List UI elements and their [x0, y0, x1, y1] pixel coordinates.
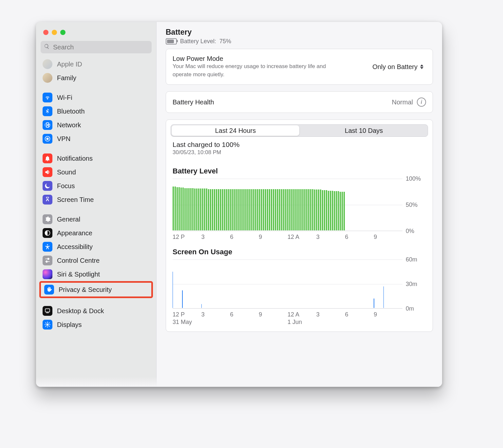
siri-icon [43, 269, 52, 279]
moon-icon [43, 181, 52, 191]
bar [263, 189, 264, 230]
bar [285, 189, 286, 230]
sidebar-item-desktop-dock[interactable]: Desktop & Dock [39, 304, 153, 318]
bar [188, 188, 190, 231]
sidebar-item-sound[interactable]: Sound [39, 165, 153, 179]
bar [290, 189, 292, 230]
svg-point-4 [47, 324, 49, 326]
sidebar-item-notifications[interactable]: Notifications [39, 152, 153, 165]
y-tick: 100% [406, 175, 421, 182]
minimize-window-button[interactable] [52, 30, 57, 35]
bar [279, 189, 280, 230]
bar [298, 189, 300, 230]
info-icon[interactable]: i [417, 98, 426, 107]
tab-last-24-hours[interactable]: Last 24 Hours [172, 125, 299, 136]
bar [212, 189, 213, 230]
bar [336, 191, 337, 230]
bar [224, 189, 225, 230]
sidebar-item-label: Apple ID [57, 61, 82, 68]
sidebar-item-vpn[interactable]: VPN [39, 132, 153, 146]
bar [259, 189, 260, 230]
bar [308, 189, 309, 230]
sidebar-item-control-centre[interactable]: Control Centre [39, 254, 153, 267]
battery-health-card: Battery Health Normal i [166, 91, 433, 113]
x-tick: 9 [374, 311, 402, 318]
bar [222, 189, 223, 230]
x-tick: 9 [259, 234, 288, 241]
bar [374, 298, 374, 308]
zoom-window-button[interactable] [60, 30, 65, 35]
bar [277, 189, 278, 230]
x-tick: 6 [345, 234, 374, 241]
sidebar-item-apple-id[interactable]: Apple ID [39, 57, 153, 71]
sidebar-item-general[interactable]: General [39, 212, 153, 226]
sidebar-item-label: General [57, 216, 80, 223]
bar [180, 188, 182, 230]
sidebar-item-label: VPN [57, 135, 70, 143]
sidebar-item-accessibility[interactable]: Accessibility [39, 240, 153, 254]
bar [292, 189, 294, 230]
sidebar-item-label: Displays [57, 321, 82, 329]
sidebar-item-focus[interactable]: Focus [39, 179, 153, 193]
bar [206, 188, 207, 230]
bar [228, 189, 229, 230]
bar [253, 189, 254, 230]
main-panel: Battery Battery Level: 75% Low Power Mod… [157, 22, 442, 387]
sidebar-item-label: Screen Time [57, 196, 94, 204]
search-input[interactable] [52, 43, 148, 51]
bar [267, 189, 268, 230]
battery-level-chart: Battery Level 100% 50% 0% 12 [166, 161, 433, 242]
sidebar-item-siri-spotlight[interactable]: Siri & Spotlight [39, 267, 153, 281]
bar [190, 188, 192, 231]
bar [251, 189, 252, 230]
battery-icon [166, 38, 177, 45]
avatar-icon [43, 73, 52, 83]
bar [233, 189, 235, 230]
bar [296, 189, 298, 230]
bar [220, 189, 221, 230]
bar [306, 189, 307, 230]
bar [294, 189, 296, 230]
bar [216, 189, 217, 230]
sidebar-item-screen-time[interactable]: Screen Time [39, 193, 153, 206]
tab-last-10-days[interactable]: Last 10 Days [300, 125, 428, 136]
sidebar-item-label: Wi-Fi [57, 94, 72, 101]
x-tick: 12 A [288, 311, 316, 318]
sidebar-item-label: Family [57, 74, 76, 82]
bar [289, 189, 290, 230]
content-scroll[interactable]: Low Power Mode Your Mac will reduce ener… [157, 49, 442, 387]
window-controls [36, 25, 156, 41]
avatar-icon [43, 59, 52, 69]
sidebar-item-wifi[interactable]: Wi-Fi [39, 91, 153, 104]
search-field[interactable] [41, 41, 152, 53]
bar [324, 190, 325, 230]
sidebar-item-privacy-security[interactable]: Privacy & Security [41, 283, 151, 296]
page-header: Battery Battery Level: 75% [157, 22, 442, 49]
sidebar-item-bluetooth[interactable]: Bluetooth [39, 104, 153, 118]
bar [334, 191, 335, 230]
x-tick: 9 [259, 311, 288, 318]
bar [273, 189, 274, 230]
bar [338, 191, 339, 230]
bell-icon [43, 153, 52, 163]
bar [300, 189, 302, 230]
close-window-button[interactable] [43, 30, 48, 35]
sidebar-item-appearance[interactable]: Appearance [39, 226, 153, 240]
sidebar-item-family[interactable]: Family [39, 71, 153, 85]
bluetooth-icon [43, 106, 52, 116]
sidebar-item-network[interactable]: Network [39, 118, 153, 132]
bar [314, 189, 315, 230]
bar [200, 188, 201, 230]
bar [332, 191, 333, 231]
x-tick: 3 [201, 234, 230, 241]
bar [210, 189, 211, 230]
bar [202, 188, 203, 230]
sidebar-item-displays[interactable]: Displays [39, 318, 153, 332]
sidebar-item-label: Notifications [57, 155, 93, 162]
battery-status-value: 75% [219, 38, 231, 45]
low-power-mode-select[interactable]: Only on Battery [372, 63, 426, 71]
low-power-mode-title: Low Power Mode [173, 55, 343, 63]
bar [182, 188, 184, 230]
bar [230, 189, 231, 230]
chart-title: Screen On Usage [173, 248, 426, 256]
